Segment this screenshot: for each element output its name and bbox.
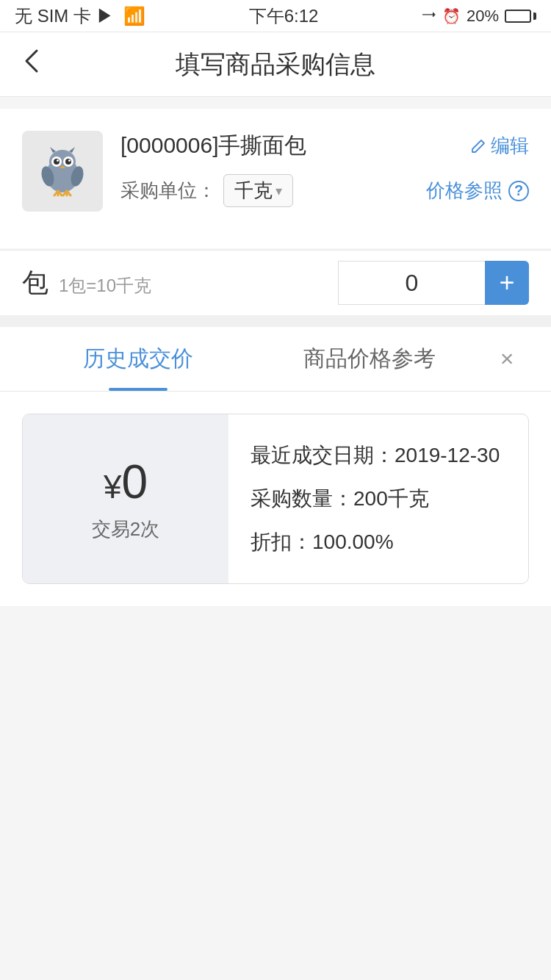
status-network: 无 SIM 卡 ▶ 📶 [15, 4, 145, 28]
svg-marker-2 [50, 147, 56, 153]
chevron-down-icon: ▾ [276, 183, 282, 199]
page-title: 填写商品采购信息 [176, 48, 375, 82]
discount-item: 折扣：100.00% [251, 527, 506, 556]
unit-select[interactable]: 千克 ▾ [223, 174, 293, 207]
quantity-unit: 包 [22, 265, 48, 301]
price-card-right: 最近成交日期：2019-12-30 采购数量：200千克 折扣：100.00% [228, 414, 528, 583]
purchase-unit-label: 采购单位： [120, 178, 216, 203]
tab-close-button[interactable]: × [485, 337, 529, 381]
status-bar: 无 SIM 卡 ▶ 📶 下午6:12 ⭢ ⏰ 20% [0, 0, 551, 32]
product-name-row: [0000006]手撕面包 编辑 [120, 131, 529, 161]
status-time: 下午6:12 [249, 4, 319, 28]
purchase-qty-item: 采购数量：200千克 [251, 484, 506, 513]
svg-point-8 [57, 159, 59, 162]
tab-section: 历史成交价 商品价格参考 × ¥0 交易2次 最近成交日期：2019-12-30 [0, 327, 551, 606]
tab-active-indicator [109, 388, 168, 391]
price-card-left: ¥0 交易2次 [23, 414, 228, 583]
history-content: ¥0 交易2次 最近成交日期：2019-12-30 采购数量：200千克 折扣：… [0, 392, 551, 606]
battery-icon [505, 10, 536, 23]
quantity-input-wrapper: + [338, 261, 529, 305]
quantity-conversion: 1包=10千克 [59, 274, 151, 298]
location-icon: ⭢ [422, 7, 436, 24]
price-amount: ¥0 [104, 455, 148, 509]
product-section: [0000006]手撕面包 编辑 采购单位： 千克 ▾ [0, 109, 551, 248]
quantity-section: 包 1包=10千克 + [0, 250, 551, 315]
svg-point-9 [68, 159, 71, 162]
svg-marker-3 [69, 147, 75, 153]
tab-bar: 历史成交价 商品价格参考 × [0, 327, 551, 392]
purchase-unit-row: 采购单位： 千克 ▾ 价格参照 ? [120, 174, 529, 207]
quantity-label: 包 1包=10千克 [22, 265, 151, 301]
product-name: [0000006]手撕面包 [120, 131, 306, 161]
battery-percent: 20% [467, 7, 499, 26]
quantity-row: 包 1包=10千克 + [22, 251, 529, 315]
section-divider [0, 315, 551, 327]
recent-date-item: 最近成交日期：2019-12-30 [251, 441, 506, 469]
tab-history-price[interactable]: 历史成交价 [22, 327, 253, 391]
product-info: [0000006]手撕面包 编辑 采购单位： 千克 ▾ [120, 131, 529, 207]
product-header: [0000006]手撕面包 编辑 采购单位： 千克 ▾ [22, 131, 529, 212]
quantity-plus-button[interactable]: + [485, 261, 529, 305]
nav-bar: 填写商品采购信息 [0, 32, 551, 97]
back-button[interactable] [15, 37, 50, 91]
price-card: ¥0 交易2次 最近成交日期：2019-12-30 采购数量：200千克 折扣：… [22, 414, 529, 584]
quantity-input[interactable] [338, 261, 485, 305]
price-transactions: 交易2次 [92, 516, 159, 542]
price-ref-button[interactable]: 价格参照 ? [426, 178, 529, 203]
svg-point-6 [54, 159, 60, 165]
status-right-icons: ⭢ ⏰ 20% [422, 7, 536, 26]
product-thumbnail [22, 131, 103, 212]
help-icon: ? [508, 181, 529, 201]
svg-point-7 [65, 159, 71, 165]
edit-button[interactable]: 编辑 [470, 133, 529, 159]
tab-product-price-ref[interactable]: 商品价格参考 [253, 327, 485, 391]
alarm-icon: ⏰ [442, 7, 461, 25]
